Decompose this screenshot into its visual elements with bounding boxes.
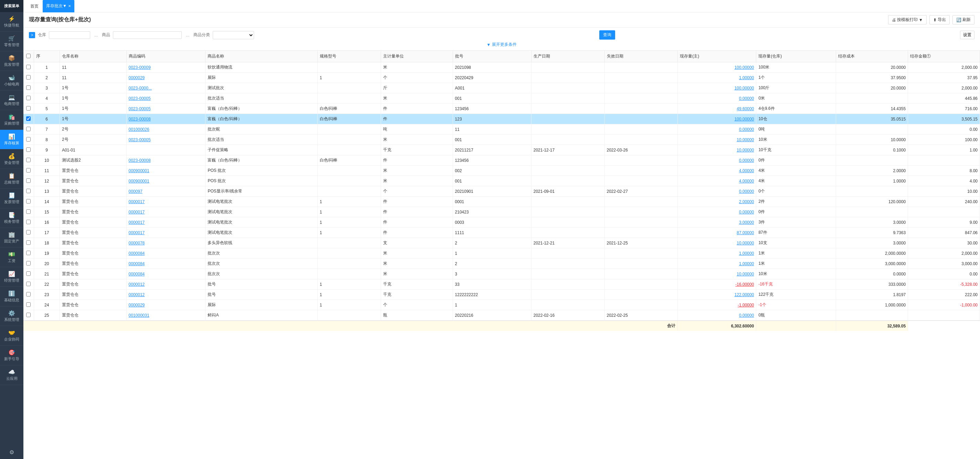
table-row[interactable]: 23 置货仓仓 0000012 批号 1 千克 1222222222 122.0…: [24, 290, 980, 300]
row-checkbox[interactable]: [24, 258, 34, 269]
row-select-checkbox[interactable]: [26, 282, 31, 286]
sidebar-item-purchase[interactable]: 🛍️ 采购管理: [0, 110, 24, 130]
row-checkbox[interactable]: [24, 290, 34, 300]
row-qty-main[interactable]: 100.00000: [678, 62, 756, 73]
row-checkbox[interactable]: [24, 73, 34, 83]
row-checkbox[interactable]: [24, 93, 34, 104]
row-select-checkbox[interactable]: [26, 240, 31, 245]
warehouse-input[interactable]: [49, 31, 90, 39]
row-checkbox[interactable]: [24, 135, 34, 145]
sidebar-item-retail[interactable]: 🛒 零售管理: [0, 32, 24, 51]
sidebar-settings[interactable]: ⚙: [0, 446, 24, 459]
row-select-checkbox[interactable]: [26, 189, 31, 193]
table-row[interactable]: 11 置货仓仓 000900001 POS 批次 米 002 4.00000 4…: [24, 166, 980, 176]
table-row[interactable]: 16 置货仓仓 0000017 测试电笔批次 1 件 0003 3.00000 …: [24, 217, 980, 228]
row-qty-main[interactable]: 87.00000: [678, 228, 756, 238]
sidebar-item-ecom[interactable]: 💻 电商管理: [0, 91, 24, 110]
row-qty-main[interactable]: 1.00000: [678, 73, 756, 83]
row-select-checkbox[interactable]: [26, 209, 31, 214]
table-row[interactable]: 14 置货仓仓 0000017 测试电笔批次 1 件 0001 2.00000 …: [24, 197, 980, 207]
table-row[interactable]: 19 置货仓仓 0000084 批次次 米 1 1.00000 1米 2,000…: [24, 248, 980, 258]
table-row[interactable]: 5 1号 0023-00005 富巍（白色/闷棒） 白色/闷棒 件 123456…: [24, 104, 980, 114]
row-checkbox[interactable]: [24, 197, 34, 207]
row-checkbox[interactable]: [24, 269, 34, 279]
row-goods-code[interactable]: 0023-00008: [126, 114, 205, 124]
row-goods-code[interactable]: 0000012: [126, 279, 205, 290]
query-button[interactable]: 查询: [599, 30, 615, 40]
sidebar-item-small-ecom[interactable]: 🐋 小鲸电商: [0, 71, 24, 91]
row-select-checkbox[interactable]: [26, 147, 31, 152]
sidebar-item-enterprise[interactable]: 🤝 企业协同: [0, 326, 24, 346]
row-select-checkbox[interactable]: [26, 96, 31, 100]
category-select[interactable]: [213, 31, 254, 39]
row-goods-code[interactable]: 001000026: [126, 124, 205, 135]
goods-input[interactable]: [113, 31, 182, 39]
table-row[interactable]: 1 11 0023-00009 软饮通用物流 米 2021098 100.000…: [24, 62, 980, 73]
row-qty-main[interactable]: 1.00000: [678, 248, 756, 258]
row-checkbox[interactable]: [24, 124, 34, 135]
row-goods-code[interactable]: 000900001: [126, 176, 205, 186]
row-checkbox[interactable]: [24, 300, 34, 310]
sidebar-item-inventory[interactable]: 📊 库存核算: [0, 130, 24, 150]
row-goods-code[interactable]: 000900001: [126, 166, 205, 176]
batch-print-button[interactable]: 🖨 按模板打印 ▼: [888, 15, 927, 24]
nav-tab-inventory-batch[interactable]: 库存批次▼ ✕: [43, 0, 74, 13]
row-checkbox[interactable]: [24, 62, 34, 73]
row-select-checkbox[interactable]: [26, 251, 31, 255]
row-select-checkbox[interactable]: [26, 75, 31, 80]
table-row[interactable]: 24 置货仓仓 0000029 展际 1 个 1 -1.00000 -1个 1,…: [24, 300, 980, 310]
table-row[interactable]: 20 置货仓仓 0000084 批次次 米 2 1.00000 1米 3,000…: [24, 258, 980, 269]
row-select-checkbox[interactable]: [26, 261, 31, 266]
row-qty-main[interactable]: 100.00000: [678, 114, 756, 124]
row-checkbox[interactable]: [24, 228, 34, 238]
row-select-checkbox[interactable]: [26, 178, 31, 183]
row-goods-code[interactable]: 0000017: [126, 207, 205, 217]
row-qty-main[interactable]: 4.00000: [678, 166, 756, 176]
sidebar-item-quick-nav[interactable]: ⚡ 快捷导航: [0, 12, 24, 32]
col-checkbox[interactable]: [24, 51, 34, 62]
row-select-checkbox[interactable]: [26, 158, 31, 162]
row-checkbox[interactable]: [24, 155, 34, 166]
row-qty-main[interactable]: 1.00000: [678, 258, 756, 269]
row-qty-main[interactable]: 100.00000: [678, 83, 756, 93]
row-goods-code[interactable]: 0000017: [126, 228, 205, 238]
row-goods-code[interactable]: 0000084: [126, 258, 205, 269]
sidebar-item-invoice[interactable]: 🧾 发票管理: [0, 189, 24, 208]
sidebar-item-tax[interactable]: 📑 税务管理: [0, 208, 24, 228]
row-checkbox[interactable]: [24, 145, 34, 155]
table-row[interactable]: 7 2号 001000026 批次昵 吨 11 0.00000 0吨 0.00: [24, 124, 980, 135]
warehouse-ellipsis[interactable]: ...: [93, 33, 99, 38]
row-qty-main[interactable]: -16.00000: [678, 279, 756, 290]
table-row[interactable]: 12 置货仓仓 000900001 POS 批次 米 001 4.00000 4…: [24, 176, 980, 186]
row-select-checkbox[interactable]: [26, 168, 31, 172]
sidebar-item-basic-info[interactable]: ℹ️ 基础信息: [0, 287, 24, 306]
sidebar-item-payroll[interactable]: 💵 工资: [0, 247, 24, 267]
sidebar-item-business[interactable]: 📈 经营管理: [0, 267, 24, 287]
row-qty-main[interactable]: 0.00000: [678, 186, 756, 197]
row-qty-main[interactable]: 49.60000: [678, 104, 756, 114]
row-qty-main[interactable]: 3.00000: [678, 217, 756, 228]
row-goods-code[interactable]: 0023-00008: [126, 155, 205, 166]
row-checkbox[interactable]: [24, 83, 34, 93]
table-row[interactable]: 21 置货仓仓 0000084 批次次 米 3 10.00000 10米 0.0…: [24, 269, 980, 279]
row-checkbox[interactable]: [24, 176, 34, 186]
sidebar-item-new-guide[interactable]: 🎯 新手引导: [0, 346, 24, 365]
row-qty-main[interactable]: -1.00000: [678, 300, 756, 310]
settings-button[interactable]: 设置: [960, 31, 975, 39]
row-checkbox[interactable]: [24, 238, 34, 248]
row-qty-main[interactable]: 10.00000: [678, 269, 756, 279]
row-goods-code[interactable]: 0000029: [126, 73, 205, 83]
row-checkbox[interactable]: [24, 310, 34, 321]
row-goods-code[interactable]: 0023-0000...: [126, 83, 205, 93]
table-row[interactable]: 25 置货仓仓 001000031 鲜闷A 瓶 20220216 2022-02…: [24, 310, 980, 321]
row-select-checkbox[interactable]: [26, 65, 31, 69]
table-row[interactable]: 4 1号 0023-00005 批次适当 米 001 0.00000 0米 44…: [24, 93, 980, 104]
row-qty-main[interactable]: 122.00000: [678, 290, 756, 300]
table-row[interactable]: 18 置货仓仓 0000078 多头异色软线 支 2 2021-12-21 20…: [24, 238, 980, 248]
goods-ellipsis[interactable]: ...: [185, 33, 191, 38]
sidebar-item-assets[interactable]: 💰 资金管理: [0, 150, 24, 169]
row-select-checkbox[interactable]: [26, 85, 31, 90]
table-row[interactable]: 13 置货仓仓 000097 POS显示率/残余常 个 20210901 202…: [24, 186, 980, 197]
table-row[interactable]: 8 2号 0023-00005 批次适当 米 001 10.00000 10米 …: [24, 135, 980, 145]
row-goods-code[interactable]: 0000017: [126, 217, 205, 228]
